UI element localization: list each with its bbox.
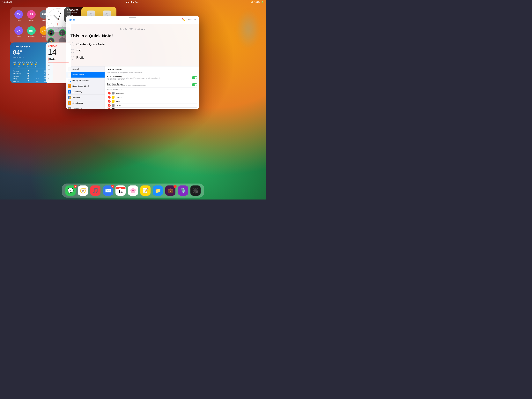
contact-name-benjamin: Benjamin (28, 36, 35, 38)
control-remove-btn-4[interactable]: − (108, 104, 111, 107)
control-label-camera: Camera (116, 105, 121, 106)
contact-avatar-ef: EF (27, 10, 36, 19)
wifi-icon: 📶 (250, 1, 253, 4)
note-list-icon[interactable]: ≡ (194, 18, 196, 22)
dock-photos[interactable]: 🌸 (128, 186, 138, 196)
dock-podcasts[interactable]: 🎙️ (178, 186, 188, 196)
safari-icon[interactable]: 🧭 (78, 186, 88, 196)
dock-messages[interactable]: 💬 3 (65, 186, 76, 196)
control-notes[interactable]: − Notes (107, 99, 197, 103)
mail-badge: 6 (111, 185, 114, 188)
contact-name-rory: Rory (42, 19, 46, 21)
dock-slack[interactable]: 💼 1 (165, 186, 176, 196)
podcasts-icon[interactable]: 🎙️ (178, 186, 188, 196)
contact-jacob[interactable]: JK Jacob (13, 26, 24, 41)
control-flashlight[interactable]: − Flashlight (107, 95, 197, 99)
settings-icon-siri: 🎙️ (68, 101, 71, 105)
weather-day-sat: Saturday 🌧️ 60% 82° 76° (13, 80, 50, 82)
dock-files[interactable]: 📁 (153, 186, 163, 196)
control-remove-btn-3[interactable]: − (108, 100, 111, 103)
cc-headphones-btn[interactable]: 🎧 (59, 29, 66, 36)
control-camera[interactable]: − Camera (107, 103, 197, 108)
contact-emily[interactable]: EF Emily (26, 10, 37, 25)
control-atv[interactable]: − Apple TV Remote (107, 108, 197, 109)
slack-badge: 1 (173, 185, 177, 188)
note-checkbox-1[interactable] (70, 49, 74, 53)
settings-label-accessibility: Accessibility (72, 91, 82, 93)
note-checkbox-0[interactable] (70, 42, 74, 46)
weather-hour-5: 4PM ☀️ 88° (34, 61, 37, 67)
weather-hour-0: 11AM ☀️ 87° (13, 61, 16, 67)
control-remove-btn-2[interactable]: − (108, 96, 111, 99)
control-remove-btn-5[interactable]: − (108, 108, 111, 109)
cc-ipad-btn[interactable]: 📱 (48, 29, 55, 36)
settings-main-title: Control Center (107, 68, 197, 71)
note-checkbox-2[interactable] (70, 56, 74, 60)
control-silent-mode[interactable]: − Silent Mode (107, 91, 197, 95)
svg-point-24 (90, 14, 91, 15)
settings-label-wallpaper: Wallpaper (72, 97, 80, 98)
browser-icon[interactable]: i (190, 186, 201, 196)
control-label-atv: Apple TV Remote (116, 109, 128, 109)
svg-point-31 (107, 14, 107, 15)
access-within-apps-label: Access Within Apps (107, 75, 161, 77)
control-label-notes: Notes (116, 101, 120, 102)
note-date: June 14, 2021 at 10:06 AM (70, 28, 195, 30)
photos-icon[interactable]: 🌸 (128, 186, 138, 196)
contact-tracy[interactable]: TH Tracy (13, 10, 24, 25)
settings-home-label: Show Home Controls Include recommended c… (107, 83, 147, 86)
dock-notes[interactable]: 📝 (140, 186, 151, 196)
weather-location: Ocean Springs ↗ (13, 45, 30, 48)
music-icon[interactable]: 🎵 (90, 186, 101, 196)
messages-badge: 3 (74, 185, 77, 188)
settings-item-display[interactable]: ☀️ Display & Brightness (66, 78, 105, 83)
note-item-2: Profit (70, 56, 195, 60)
weather-day-fri: Friday 🌧️ 40% 84° 76° (13, 77, 50, 79)
dock-calendar[interactable]: MON 14 (115, 186, 126, 196)
access-toggle[interactable] (192, 76, 197, 79)
contact-avatar-bm: BM (27, 26, 36, 35)
weather-hourly: 11AM ☀️ 87° 12PM ☀️ 89° 1PM ☀️ 91° 2PM ☀… (13, 60, 50, 67)
access-desc: Allow access to Control Center within ap… (107, 77, 161, 80)
settings-item-homescreen[interactable]: 🏠 Home Screen & Dock (66, 83, 105, 89)
note-item-text-0: Create a Quick Note (76, 43, 105, 46)
dock-safari[interactable]: 🧭 (78, 186, 88, 196)
files-icon[interactable]: 📁 (153, 186, 163, 196)
stock-symbol-doge: DOGE-USD (67, 9, 78, 11)
weather-hour-3: 2PM ☀️ 89° (26, 61, 29, 67)
svg-point-21 (58, 19, 59, 20)
settings-item-wallpaper[interactable]: 🖼️ Wallpaper (66, 95, 105, 100)
notes-icon[interactable]: 📝 (140, 186, 151, 196)
settings-item-siri[interactable]: 🎙️ Siri & Search (66, 100, 105, 106)
dock-mail[interactable]: ✉️ 6 (103, 186, 113, 196)
calendar-icon[interactable]: MON 14 (115, 186, 126, 196)
note-done-button[interactable]: Done (69, 18, 75, 21)
settings-item-control-center[interactable]: 🎛️ Control Center (66, 72, 105, 78)
settings-sidebar: ⚙️ General 🎛️ Control Center ☀️ Display … (66, 66, 105, 109)
cal-time-blocks: 11 12 1 2 (48, 64, 69, 79)
cal-time-11: 11 (48, 64, 69, 66)
settings-item-accessibility[interactable]: ♿ Accessibility (66, 89, 105, 95)
contact-benjamin[interactable]: BM Benjamin (26, 26, 37, 41)
cal-event: Flag Day (48, 58, 69, 61)
weather-hour-2: 1PM ☀️ 91° (22, 61, 25, 67)
svg-text:i: i (197, 192, 197, 193)
settings-label-pencil: Apple Pencil (72, 108, 82, 109)
stock-name-doge: Dogecoin USD (67, 11, 78, 13)
contact-name-tracy: Tracy (17, 19, 21, 21)
weather-hour-1: 12PM ☀️ 89° (18, 61, 21, 67)
control-icon-flashlight (112, 96, 114, 99)
control-remove-btn[interactable]: − (108, 92, 111, 95)
weather-day-wed: Wednesday ☁️ 91° 72° (13, 72, 50, 74)
note-more-icon[interactable]: ••• (188, 18, 192, 22)
cal-date: 14 (48, 48, 69, 56)
home-toggle[interactable] (192, 83, 197, 86)
battery-percent: 100% (254, 1, 260, 3)
dock-browser[interactable]: i (190, 186, 201, 196)
dock-music[interactable]: 🎵 (90, 186, 101, 196)
quick-note-overlay: Done ✏️ ••• ≡ June 14, 2021 at 10:06 AM … (66, 16, 199, 109)
settings-item-pencil[interactable]: ✏️ Apple Pencil (66, 106, 105, 109)
settings-item-general[interactable]: ⚙️ General (66, 66, 105, 72)
cal-event-name: Flag Day (49, 58, 56, 60)
note-edit-icon[interactable]: ✏️ (182, 18, 186, 22)
